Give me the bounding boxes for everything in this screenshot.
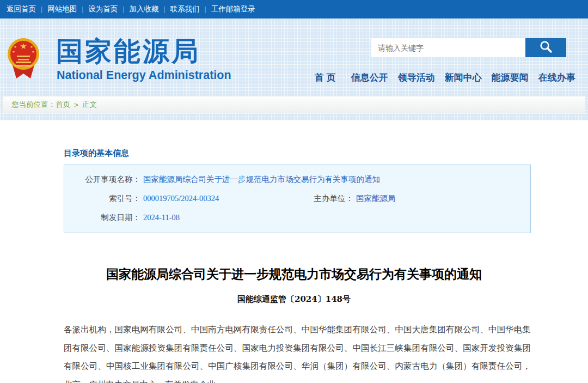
search-button[interactable] bbox=[525, 38, 566, 57]
directory-section-title: 目录项的基本信息 bbox=[64, 148, 588, 159]
topbar-link-sitemap[interactable]: 网站地图 bbox=[47, 4, 77, 14]
info-row-index-and-agency: 索引号： 000019705/2024-00324 主办单位： 国家能源局 bbox=[64, 193, 530, 204]
nav-item-online-services[interactable]: 在线办事 bbox=[538, 71, 575, 84]
field-label-index-number: 索引号： bbox=[64, 193, 140, 204]
svg-text:★: ★ bbox=[12, 50, 15, 53]
info-row-issue-date: 制发日期： 2024-11-08 bbox=[64, 212, 530, 223]
breadcrumb-current: 正文 bbox=[82, 100, 97, 110]
topbar-link-add-favorite[interactable]: 加入收藏 bbox=[129, 4, 158, 14]
site-title-zh: 国家能源局 bbox=[56, 34, 200, 70]
field-label-host-agency: 主办单位： bbox=[304, 193, 353, 204]
topbar: 返回首页 | 网站地图 | 设为首页 | 加入收藏 | 联系我们 | 工作邮箱登… bbox=[0, 0, 588, 19]
field-label-item-name: 公开事项名称： bbox=[64, 174, 140, 185]
directory-info-box: 公开事项名称： 国家能源局综合司关于进一步规范电力市场交易行为有关事项的通知 索… bbox=[64, 165, 531, 233]
topbar-link-set-homepage[interactable]: 设为首页 bbox=[88, 4, 118, 14]
search-icon bbox=[539, 40, 553, 56]
topbar-link-contact-us[interactable]: 联系我们 bbox=[170, 4, 200, 14]
site-header: ★ ★ ★ ★ ★ 国家能源局 National Energy Administ… bbox=[0, 19, 588, 96]
breadcrumb-prefix: 您当前位置： bbox=[11, 100, 56, 110]
decorative-strip bbox=[0, 113, 588, 120]
separator: | bbox=[205, 5, 206, 13]
article-paragraph: 各派出机构，国家电网有限公司、中国南方电网有限责任公司、中国华能集团有限公司、中… bbox=[64, 320, 531, 383]
breadcrumb-separator: > bbox=[74, 101, 78, 109]
svg-text:★: ★ bbox=[20, 41, 27, 51]
main-nav: 首 页 信息公开 领导活动 新闻中心 能源要闻 在线办事 bbox=[315, 71, 575, 84]
field-value-index-number: 000019705/2024-00324 bbox=[143, 193, 304, 204]
nav-item-home[interactable]: 首 页 bbox=[315, 71, 336, 84]
nav-item-info-disclosure[interactable]: 信息公开 bbox=[351, 71, 388, 84]
field-label-issue-date: 制发日期： bbox=[64, 212, 140, 223]
site-title-en: National Energy Administration bbox=[57, 69, 231, 82]
search-input[interactable] bbox=[371, 38, 525, 57]
breadcrumb-link-home[interactable]: 首页 bbox=[56, 100, 70, 110]
topbar-link-work-email-login[interactable]: 工作邮箱登录 bbox=[211, 4, 255, 14]
nav-item-leader-activities[interactable]: 领导活动 bbox=[398, 71, 435, 84]
breadcrumb: 您当前位置： 首页 > 正文 bbox=[2, 96, 586, 113]
svg-text:★: ★ bbox=[14, 45, 16, 48]
national-emblem-logo: ★ ★ ★ ★ ★ bbox=[7, 36, 40, 84]
topbar-link-return-home[interactable]: 返回首页 bbox=[7, 4, 36, 14]
separator: | bbox=[163, 5, 165, 13]
field-value-issue-date: 2024-11-08 bbox=[143, 212, 180, 223]
svg-text:★: ★ bbox=[30, 45, 33, 48]
site-header-area: ★ ★ ★ ★ ★ 国家能源局 National Energy Administ… bbox=[0, 19, 588, 120]
separator: | bbox=[122, 5, 124, 13]
info-row-item-name: 公开事项名称： 国家能源局综合司关于进一步规范电力市场交易行为有关事项的通知 bbox=[64, 174, 530, 185]
nav-item-news-center[interactable]: 新闻中心 bbox=[445, 71, 482, 84]
svg-text:★: ★ bbox=[32, 50, 34, 53]
nav-item-energy-highlights[interactable]: 能源要闻 bbox=[492, 71, 529, 84]
field-value-item-name: 国家能源局综合司关于进一步规范电力市场交易行为有关事项的通知 bbox=[143, 174, 380, 185]
field-value-host-agency: 国家能源局 bbox=[356, 193, 396, 204]
article-title: 国家能源局综合司关于进一步规范电力市场交易行为有关事项的通知 bbox=[0, 266, 588, 283]
main-content: 目录项的基本信息 公开事项名称： 国家能源局综合司关于进一步规范电力市场交易行为… bbox=[0, 148, 588, 383]
article-doc-number: 国能综通监管〔2024〕148号 bbox=[0, 294, 588, 305]
separator: | bbox=[82, 5, 83, 13]
separator: | bbox=[41, 5, 42, 13]
